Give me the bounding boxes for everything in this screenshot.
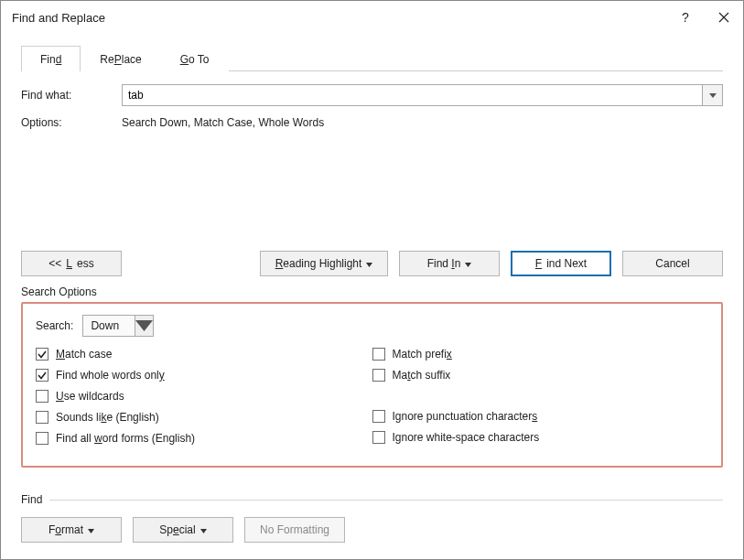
find-next-button[interactable]: Find Next (511, 251, 611, 276)
checkbox-right-0[interactable]: Match prefix (372, 348, 709, 361)
checkbox-left-2[interactable]: Use wildcards (36, 390, 372, 403)
search-options-panel: Search: Down Match caseFind whole words … (21, 302, 723, 468)
checkbox-right-4[interactable]: Ignore white-space characters (372, 431, 709, 444)
search-direction-value: Down (83, 319, 135, 332)
checkbox-box[interactable] (372, 348, 385, 361)
checkbox-box[interactable] (36, 369, 49, 382)
less-button[interactable]: << Less (21, 251, 122, 276)
search-direction-select[interactable]: Down (82, 315, 154, 337)
titlebar: Find and Replace ? (1, 1, 743, 34)
checkbox-label: Ignore white-space characters (393, 431, 540, 444)
window-title: Find and Replace (12, 11, 666, 25)
checkbox-label: Find whole words only (56, 369, 165, 382)
format-button[interactable]: Format (21, 517, 122, 543)
find-what-input[interactable] (123, 85, 702, 105)
checkbox-label: Match case (56, 348, 112, 361)
check-icon (38, 372, 47, 380)
options-label: Options: (21, 116, 122, 129)
find-in-button[interactable]: Find In (399, 251, 500, 276)
find-what-combo[interactable] (122, 84, 723, 106)
close-icon (718, 12, 729, 23)
chevron-down-icon (88, 529, 94, 533)
search-direction-label: Search: (36, 319, 73, 332)
search-options-header: Search Options (21, 285, 723, 298)
checkbox-label: Sounds like (English) (56, 411, 159, 424)
chevron-down-icon (709, 93, 717, 98)
checkbox-box[interactable] (372, 431, 385, 444)
checkbox-right-1[interactable]: Match suffix (372, 369, 709, 382)
checkbox-box[interactable] (372, 410, 385, 423)
help-button[interactable]: ? (666, 1, 705, 34)
check-icon (38, 350, 47, 359)
checkbox-left-3[interactable]: Sounds like (English) (36, 411, 372, 424)
cancel-button[interactable]: Cancel (622, 251, 723, 276)
tab-goto[interactable]: Go To (161, 46, 229, 71)
checkbox-box[interactable] (36, 348, 49, 361)
find-what-label: Find what: (21, 89, 122, 102)
find-replace-dialog: Find and Replace ? Find RePlace Go To Fi… (0, 0, 744, 560)
chevron-down-icon (366, 263, 372, 267)
checkbox-box[interactable] (36, 432, 49, 445)
checkbox-label: Match suffix (393, 369, 451, 382)
options-value: Search Down, Match Case, Whole Words (122, 115, 324, 129)
checkbox-label: Ignore punctuation characters (393, 410, 538, 423)
tab-find[interactable]: Find (21, 46, 81, 71)
checkbox-box[interactable] (36, 411, 49, 424)
find-section-label: Find (21, 493, 723, 506)
close-button[interactable] (705, 1, 743, 34)
checkbox-left-1[interactable]: Find whole words only (36, 369, 372, 382)
chevron-down-icon (135, 320, 153, 331)
checkbox-label: Find all word forms (English) (56, 432, 195, 445)
no-formatting-button[interactable]: No Formatting (244, 517, 345, 543)
find-what-dropdown[interactable] (702, 85, 722, 105)
tab-replace[interactable]: RePlace (81, 46, 160, 71)
checkbox-right-3[interactable]: Ignore punctuation characters (372, 410, 709, 423)
action-buttons: << Less Reading Highlight Find In Find N… (21, 251, 723, 276)
chevron-down-icon (200, 529, 207, 533)
checkbox-left-0[interactable]: Match case (36, 348, 372, 361)
reading-highlight-button[interactable]: Reading Highlight (260, 251, 388, 276)
tab-strip: Find RePlace Go To (21, 45, 723, 71)
checkbox-box[interactable] (372, 369, 385, 382)
checkbox-box[interactable] (36, 390, 49, 403)
special-button[interactable]: Special (133, 517, 233, 543)
checkbox-left-4[interactable]: Find all word forms (English) (36, 432, 372, 445)
checkbox-label: Match prefix (393, 348, 452, 361)
checkbox-label: Use wildcards (56, 390, 124, 403)
chevron-down-icon (465, 263, 471, 267)
search-direction-dropdown[interactable] (135, 316, 153, 336)
